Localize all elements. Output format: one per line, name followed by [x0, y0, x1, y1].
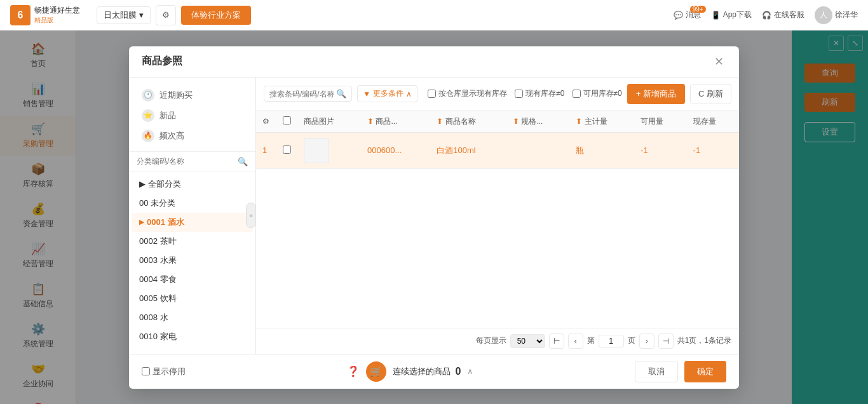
cat-0008[interactable]: 0008 水	[132, 308, 253, 327]
category-search: 🔍	[129, 157, 255, 172]
help-icon[interactable]: ❓	[347, 365, 360, 377]
col-spec-header[interactable]: ⬆ 规格...	[506, 111, 569, 133]
store-name: 日太阳膜	[104, 10, 137, 21]
cat-0002[interactable]: 0002 茶叶	[132, 232, 253, 251]
footer-center: ❓ 🛒 连续选择的商品 0 ∧	[193, 361, 627, 382]
col-unit-header[interactable]: ⬆ 主计量	[569, 111, 634, 133]
modal-right-panel: 🔍 ▼ 更多条件 ∧ 按仓库显示现有库存	[256, 77, 739, 354]
modal-body: 🕐 近期购买 ⭐ 新品 🔥 频次高	[129, 77, 739, 354]
col-code-header[interactable]: ⬆ 商品...	[361, 111, 430, 133]
online-service-btn[interactable]: 🎧 在线客服	[762, 10, 804, 20]
search-bar: 🔍 ▼ 更多条件 ∧ 按仓库显示现有库存	[256, 77, 739, 111]
phone-icon: 📱	[711, 11, 721, 20]
logo-area: 6 畅捷通好生意 精品版	[10, 5, 86, 25]
messages-btn[interactable]: 💬 消息 99+	[674, 10, 701, 20]
frequent-icon: 🔥	[142, 130, 154, 142]
selection-count: 0	[456, 366, 461, 377]
app-download-btn[interactable]: 📱 App下载	[711, 10, 752, 20]
modal-footer: 显示停用 ❓ 🛒 连续选择的商品 0 ∧ 取消 确定	[129, 354, 739, 389]
next-page-btn[interactable]: ›	[639, 333, 654, 349]
chevron-down-icon: ▾	[139, 10, 144, 20]
table-header-row: ⚙ 商品图片	[256, 111, 739, 133]
header-right: 💬 消息 99+ 📱 App下载 🎧 在线客服 人 徐泽华	[674, 6, 858, 24]
message-icon: 💬	[674, 11, 683, 20]
settings-icon[interactable]: ⚙	[156, 5, 176, 25]
check-nonzero-available[interactable]: 可用库存≠0	[573, 88, 622, 99]
top-header: 6 畅捷通好生意 精品版 日太阳膜 ▾ ⚙ 体验行业方案 💬 消息 99+ 📱 …	[0, 0, 868, 30]
modal-header: 商品参照 ✕	[129, 46, 739, 77]
cell-stock: -1	[687, 132, 739, 168]
check-nonzero-stock[interactable]: 现有库存≠0	[515, 88, 564, 99]
username-label: 徐泽华	[835, 10, 858, 20]
app-sub: 精品版	[34, 16, 80, 24]
trial-button[interactable]: 体验行业方案	[181, 6, 251, 25]
new-icon: ⭐	[142, 109, 154, 122]
store-selector[interactable]: 日太阳膜 ▾	[97, 6, 151, 24]
show-disabled-input[interactable]	[142, 367, 150, 375]
category-search-input[interactable]	[137, 157, 235, 166]
prev-page-btn[interactable]: ‹	[568, 333, 583, 349]
cell-index: 1	[256, 132, 276, 168]
filter-icon: ▼	[363, 90, 370, 98]
filter-button[interactable]: ▼ 更多条件 ∧	[357, 85, 417, 102]
first-page-btn[interactable]: ⊢	[549, 333, 564, 349]
message-badge: 99+	[690, 6, 706, 13]
product-table-wrap: ⚙ 商品图片	[256, 111, 739, 328]
table-settings-icon[interactable]: ⚙	[262, 117, 269, 126]
cat-0005[interactable]: 0005 饮料	[132, 289, 253, 308]
page-total-text: 共1页，1条记录	[677, 335, 731, 346]
quick-nav-recent[interactable]: 🕐 近期购买	[137, 85, 248, 105]
category-tree: ▶ 全部分类 00 未分类 ▶ 0001 酒水 0002 茶	[129, 175, 255, 346]
select-all-checkbox[interactable]	[283, 116, 291, 125]
expand-arrow-icon: ▶	[139, 179, 146, 189]
filter-up-icon: ∧	[406, 90, 412, 98]
quick-nav-frequent[interactable]: 🔥 频次高	[137, 126, 248, 146]
cell-spec	[506, 132, 569, 168]
action-buttons: + 新增商品 C 刷新	[627, 84, 731, 104]
modal-title: 商品参照	[142, 55, 182, 68]
header-middle: 日太阳膜 ▾ ⚙ 体验行业方案	[86, 5, 674, 25]
cat-all[interactable]: ▶ 全部分类	[132, 175, 253, 194]
cat-0004[interactable]: 0004 零食	[132, 270, 253, 289]
modal-close-button[interactable]: ✕	[711, 54, 726, 69]
category-search-icon[interactable]: 🔍	[238, 157, 248, 166]
cat-00[interactable]: 00 未分类	[132, 194, 253, 213]
cart-icon[interactable]: 🛒	[366, 361, 386, 382]
confirm-button[interactable]: 确定	[684, 361, 726, 382]
show-disabled-checkbox[interactable]: 显示停用	[142, 366, 186, 377]
refresh-button[interactable]: C 刷新	[690, 84, 731, 104]
search-icon[interactable]: 🔍	[336, 89, 346, 98]
selection-text: 连续选择的商品 0	[393, 366, 461, 377]
cat-0001[interactable]: ▶ 0001 酒水	[132, 213, 253, 232]
checkbox-group: 按仓库显示现有库存 现有库存≠0 可用库存≠0	[428, 88, 622, 99]
active-arrow-icon: ▶	[139, 219, 144, 226]
headset-icon: 🎧	[762, 11, 771, 20]
per-page-label: 每页显示	[476, 335, 506, 346]
cancel-button[interactable]: 取消	[635, 361, 678, 382]
logo-text: 畅捷通好生意 精品版	[34, 6, 80, 24]
recent-icon: 🕐	[142, 89, 154, 102]
expand-icon[interactable]: ∧	[467, 367, 473, 376]
quick-nav-new[interactable]: ⭐ 新品	[137, 105, 248, 126]
table-row[interactable]: 1 000600... 白酒100ml	[256, 132, 739, 168]
cell-checkbox[interactable]	[276, 132, 297, 168]
col-settings: ⚙	[256, 111, 276, 133]
per-page-select[interactable]: 50 10 20 100	[510, 334, 545, 348]
last-page-btn[interactable]: ⊣	[658, 333, 674, 349]
sort-icon-name: ⬆	[437, 117, 443, 126]
cat-0010[interactable]: 0010 家电	[132, 327, 253, 346]
user-profile-btn[interactable]: 人 徐泽华	[815, 6, 858, 24]
product-table: ⚙ 商品图片	[256, 111, 739, 169]
col-name-header[interactable]: ⬆ 商品名称	[430, 111, 506, 133]
cat-0003[interactable]: 0003 水果	[132, 251, 253, 270]
add-product-button[interactable]: + 新增商品	[627, 84, 685, 104]
product-search-input[interactable]	[269, 90, 334, 98]
cell-available: -1	[634, 132, 686, 168]
row-checkbox[interactable]	[283, 145, 291, 154]
check-warehouse-stock[interactable]: 按仓库显示现有库存	[428, 88, 507, 99]
page-input[interactable]: 1	[599, 335, 624, 347]
cell-name: 白酒100ml	[430, 132, 506, 168]
sort-icon-unit: ⬆	[576, 117, 582, 126]
search-input-wrap: 🔍	[264, 86, 352, 102]
collapse-panel-btn[interactable]: «	[246, 203, 256, 228]
